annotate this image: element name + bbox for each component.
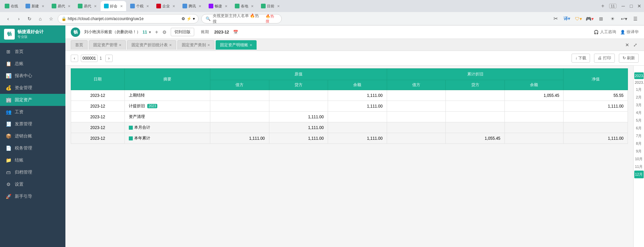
browser-tab-tab9[interactable]: 畅捷✕ [205, 1, 231, 11]
browser-tab-tab4[interactable]: 易代✕ [74, 1, 100, 11]
browser-tab-tab5[interactable]: 好会✕ [101, 1, 126, 11]
switch-version-button[interactable]: 切到旧版 [171, 28, 194, 36]
url-display[interactable]: https://cloud.chanjet.com/accounting/uw1… [68, 16, 180, 21]
row-summary-cell-0: 上期结转 [124, 90, 210, 101]
reload-button[interactable]: ↻ [25, 15, 34, 23]
undo-icon[interactable]: ↩▾ [619, 14, 629, 23]
calendar-icon[interactable]: 📅 [233, 30, 238, 35]
browser-tab-tab8[interactable]: 腾讯✕ [179, 1, 205, 11]
browser-tab-tab1[interactable]: 在线 [1, 1, 21, 11]
period-item-13[interactable]: 12月 [634, 171, 644, 178]
page-tab-asset-ledger[interactable]: 固定资产明细账✕ [216, 40, 257, 50]
consult-button[interactable]: 🎧 人工咨询 [594, 29, 616, 35]
sidebar-item-closing[interactable]: 📁结账 [0, 154, 65, 166]
sidebar-item-reports[interactable]: 📊报表中心 [0, 70, 65, 82]
tab-close-icon[interactable]: ✕ [225, 4, 227, 8]
brightness-icon[interactable]: ☀ [608, 14, 617, 23]
col-net-value: 净值 [564, 69, 628, 90]
account-dropdown-icon[interactable]: ▾ [149, 30, 151, 35]
period-item-9[interactable]: 8月 [634, 140, 644, 147]
page-tab-asset-category[interactable]: 固定资产类别✕ [177, 40, 214, 50]
period-item-0[interactable]: 2023.12 [634, 72, 644, 79]
period-item-8[interactable]: 7月 [634, 132, 644, 140]
add-account-button[interactable]: + [155, 29, 158, 35]
minimize-button[interactable]: ─ [620, 3, 627, 9]
sidebar-item-tax[interactable]: 📄税务管理 [0, 142, 65, 154]
forward-button[interactable]: › [15, 15, 23, 23]
table-row: 2023-12 计提折旧 2023 1,111.00 1,111.00 [71, 101, 628, 112]
period-item-2[interactable]: 1月 [634, 86, 644, 94]
back-button[interactable]: ‹ [4, 15, 12, 23]
close-button[interactable]: ✕ [636, 3, 643, 9]
download-button[interactable]: ↓ 下载 [572, 54, 590, 63]
period-item-3[interactable]: 2月 [634, 94, 644, 101]
sidebar-item-purchase-sale[interactable]: 📦进销台账 [0, 130, 65, 142]
period-item-1[interactable]: 2023.12 [634, 79, 644, 86]
grid-icon[interactable]: ⊞ [596, 14, 606, 23]
page-tab-close-${tab.id}[interactable]: ✕ [207, 43, 210, 47]
period-item-10[interactable]: 9月 [634, 147, 644, 155]
sidebar-item-guide[interactable]: 🚀新手引导 [0, 190, 65, 202]
period-item-6[interactable]: 5月 [634, 117, 644, 124]
sidebar-label-archive: 归档管理 [15, 169, 32, 175]
period-item-5[interactable]: 4月 [634, 109, 644, 117]
sidebar-item-ledger[interactable]: 📋总账 [0, 58, 65, 70]
sidebar-item-funds[interactable]: 💰资金管理 [0, 82, 65, 94]
sidebar-item-payroll[interactable]: 👥工资 [0, 106, 65, 118]
shield-icon[interactable]: 🛡▾ [574, 14, 583, 23]
lightning-icon[interactable]: ⚡ [186, 16, 192, 21]
settings-icon[interactable]: ⚙ [162, 29, 167, 35]
tab-close-icon[interactable]: ✕ [251, 4, 254, 8]
page-tab-close-${tab.id}[interactable]: ✕ [119, 43, 121, 47]
page-tab-fixed-asset-mgmt[interactable]: 固定资产管理✕ [89, 40, 126, 50]
page-number-input[interactable] [81, 55, 98, 62]
tab-close-icon[interactable]: ✕ [277, 4, 280, 8]
dropdown-icon[interactable]: ▾ [193, 16, 195, 21]
page-tab-close-${tab.id}[interactable]: ✕ [169, 43, 172, 47]
sidebar-item-home[interactable]: ⊞首页 [0, 46, 65, 58]
page-tab-depreciation-stat[interactable]: 固定资产折旧统计表✕ [127, 40, 176, 50]
tab-close-icon[interactable]: ✕ [68, 4, 70, 8]
site-settings-icon[interactable]: ⚙ [181, 16, 185, 21]
tab-close-icon[interactable]: ✕ [172, 4, 175, 8]
expand-pane-button[interactable]: ⤢ [632, 42, 639, 48]
user-menu[interactable]: 👤 徐译华 [620, 29, 639, 35]
translate-icon[interactable]: 译▾ [562, 14, 572, 23]
close-pane-button[interactable]: ✕ [624, 42, 631, 48]
refresh-button[interactable]: ↻ 刷新 [619, 54, 639, 63]
sidebar-item-invoice[interactable]: 🧾发票管理 [0, 118, 65, 130]
scissors-icon[interactable]: ✂ [551, 14, 560, 23]
browser-tab-tab11[interactable]: 目前✕ [258, 1, 283, 11]
period-item-7[interactable]: 6月 [634, 124, 644, 132]
prev-page-button[interactable]: ‹ [71, 55, 78, 62]
browser-tab-tab2[interactable]: 新建✕ [22, 1, 48, 11]
next-page-button[interactable]: › [105, 55, 113, 62]
tab-close-icon[interactable]: ✕ [146, 4, 149, 8]
restore-button[interactable]: □ [628, 3, 635, 9]
page-tab-close-${tab.id}[interactable]: ✕ [250, 43, 252, 47]
home-nav-button[interactable]: ⌂ [36, 15, 44, 23]
new-tab-button[interactable]: + [598, 3, 607, 9]
browser-tab-tab6[interactable]: 个税✕ [127, 1, 152, 11]
game-icon[interactable]: 🎮▾ [585, 14, 594, 23]
browser-tab-tab10[interactable]: 各地✕ [231, 1, 257, 11]
tab-close-icon[interactable]: ✕ [199, 4, 201, 8]
page-tab-home[interactable]: 首页 [71, 40, 88, 50]
sidebar-item-archive[interactable]: 🗃归档管理 [0, 166, 65, 178]
search-box[interactable]: 🔍 央视更新主持人名单 🔥热搜 🔥热搜 [201, 14, 282, 23]
period-item-4[interactable]: 3月 [634, 101, 644, 109]
menu-icon[interactable]: ☰ [631, 14, 640, 23]
period-item-12[interactable]: 11月 [634, 163, 644, 171]
browser-tab-tab7[interactable]: 企业✕ [153, 1, 178, 11]
tab-close-icon[interactable]: ✕ [94, 4, 97, 8]
account-selector[interactable]: 刘小艳演示账套（勿删勿动！） 11 ▾ [84, 29, 151, 35]
bookmark-button[interactable]: ☆ [47, 15, 55, 23]
browser-tab-tab3[interactable]: 易代✕ [48, 1, 74, 11]
period-item-11[interactable]: 10月 [634, 155, 644, 163]
sidebar-item-fixed-assets[interactable]: 🏢固定资产 [0, 94, 65, 106]
print-button[interactable]: 🖨 打印 [594, 54, 614, 63]
sidebar-item-settings[interactable]: ⚙设置 [0, 178, 65, 190]
tab-close-icon[interactable]: ✕ [42, 4, 44, 8]
tab-close-icon[interactable]: ✕ [120, 4, 123, 8]
app-header: 畅 刘小艳演示账套（勿删勿动！） 11 ▾ + ⚙ 切到旧版 账期 2023-1… [65, 25, 644, 39]
